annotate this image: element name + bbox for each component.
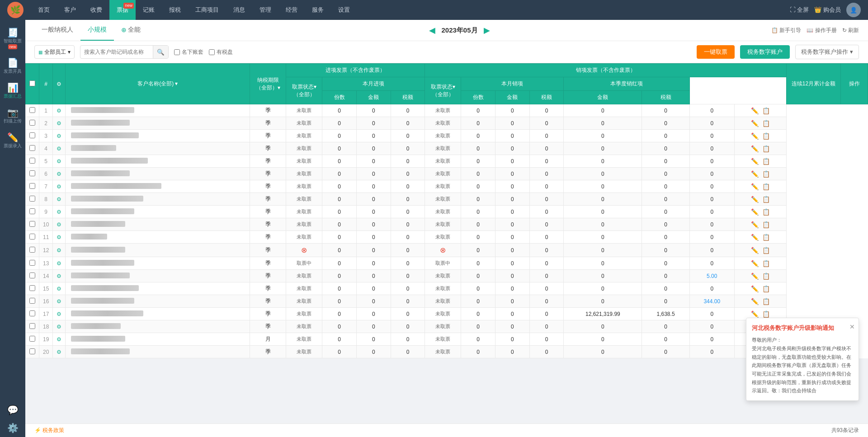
edit-btn[interactable]: ✏️ <box>751 221 759 228</box>
row-checkbox[interactable] <box>26 257 39 270</box>
fullscreen-btn[interactable]: ⛶ 全屏 <box>790 6 809 14</box>
row-checkbox[interactable] <box>26 308 39 320</box>
nav-customer[interactable]: 客户 <box>57 0 83 20</box>
copy-btn[interactable]: 📋 <box>762 183 770 190</box>
row-checkbox[interactable] <box>26 130 39 142</box>
prev-month-btn[interactable]: ◀ <box>427 25 438 36</box>
row-checkbox[interactable] <box>26 282 39 295</box>
row-settings[interactable]: ⚙ <box>53 244 66 257</box>
row-checkbox[interactable] <box>26 104 39 117</box>
row-checkbox[interactable] <box>26 193 39 206</box>
edit-btn[interactable]: ✏️ <box>751 208 759 216</box>
employee-filter[interactable]: ▦ 全部员工 ▾ <box>34 45 75 59</box>
edit-btn[interactable]: ✏️ <box>751 310 759 318</box>
tab-all[interactable]: ⊕全能 <box>114 20 148 41</box>
edit-btn[interactable]: ✏️ <box>751 285 759 292</box>
app-logo[interactable]: 🌿 <box>7 2 24 18</box>
tax-policy-link[interactable]: ⚡ 税务政策 <box>34 427 64 434</box>
copy-btn[interactable]: 📋 <box>762 310 770 318</box>
row-settings[interactable]: ⚙ <box>53 117 66 130</box>
tab-small-scale[interactable]: 小规模 <box>80 20 114 41</box>
user-avatar[interactable]: 👤 <box>846 3 861 17</box>
row-checkbox[interactable] <box>26 168 39 180</box>
row-settings[interactable]: ⚙ <box>53 320 66 333</box>
th-customer[interactable]: 客户名称(全部) ▾ <box>66 64 250 104</box>
sidebar-item-message-bottom[interactable]: 💬 <box>0 401 25 419</box>
copy-btn[interactable]: 📋 <box>762 120 770 127</box>
nav-message[interactable]: 消息 <box>226 0 252 20</box>
copy-btn[interactable]: 📋 <box>762 247 770 254</box>
sidebar-item-smart-invoice[interactable]: 🧾 智能取票 new <box>0 23 25 54</box>
row-settings[interactable]: ⚙ <box>53 168 66 180</box>
checkbox-taxpad[interactable]: 有税盘 <box>209 48 233 56</box>
select-all-checkbox[interactable] <box>29 80 35 86</box>
edit-btn[interactable]: ✏️ <box>751 260 759 267</box>
copy-btn[interactable]: 📋 <box>762 107 770 114</box>
row-settings[interactable]: ⚙ <box>53 142 66 155</box>
row-settings[interactable]: ⚙ <box>53 193 66 206</box>
row-checkbox[interactable] <box>26 346 39 358</box>
next-month-btn[interactable]: ▶ <box>481 25 492 36</box>
tax-op-btn[interactable]: 税务数字账户操作 ▾ <box>795 45 859 59</box>
refresh-btn[interactable]: ↻ 刷新 <box>842 27 859 34</box>
accounts-checkbox[interactable] <box>174 49 180 55</box>
edit-btn[interactable]: ✏️ <box>751 196 759 203</box>
row-settings[interactable]: ⚙ <box>53 346 66 358</box>
row-settings[interactable]: ⚙ <box>53 155 66 168</box>
row-settings[interactable]: ⚙ <box>53 270 66 282</box>
row-checkbox[interactable] <box>26 155 39 168</box>
nav-manage[interactable]: 管理 <box>252 0 278 20</box>
taxpad-checkbox[interactable] <box>209 49 215 55</box>
nav-service[interactable]: 服务 <box>305 0 331 20</box>
edit-btn[interactable]: ✏️ <box>751 158 759 165</box>
row-checkbox[interactable] <box>26 320 39 333</box>
th-settings[interactable]: ⚙ <box>53 64 66 104</box>
sidebar-item-open-invoice[interactable]: 📄 发票开具 <box>0 54 25 79</box>
edit-btn[interactable]: ✏️ <box>751 273 759 280</box>
sidebar-item-settings-bottom[interactable]: ⚙️ <box>0 419 25 437</box>
sidebar-item-entry[interactable]: ✏️ 票据录入 <box>0 128 25 153</box>
copy-btn[interactable]: 📋 <box>762 170 770 178</box>
sidebar-item-summary[interactable]: 📊 票据汇总 <box>0 79 25 103</box>
row-checkbox[interactable] <box>26 231 39 244</box>
row-checkbox[interactable] <box>26 206 39 218</box>
nav-operation[interactable]: 经营 <box>278 0 305 20</box>
copy-btn[interactable]: 📋 <box>762 208 770 216</box>
row-settings[interactable]: ⚙ <box>53 206 66 218</box>
row-settings[interactable]: ⚙ <box>53 333 66 346</box>
nav-business[interactable]: 工商项目 <box>188 0 226 20</box>
copy-btn[interactable]: 📋 <box>762 145 770 152</box>
notification-close-btn[interactable]: ✕ <box>849 322 855 332</box>
tax-digital-btn[interactable]: 税务数字账户 <box>740 45 790 59</box>
row-settings[interactable]: ⚙ <box>53 218 66 231</box>
manual-link[interactable]: 📖 操作手册 <box>807 27 836 34</box>
row-settings[interactable]: ⚙ <box>53 295 66 308</box>
edit-btn[interactable]: ✏️ <box>751 183 759 190</box>
copy-btn[interactable]: 📋 <box>762 234 770 241</box>
nav-home[interactable]: 首页 <box>31 0 57 20</box>
row-checkbox[interactable] <box>26 218 39 231</box>
tab-general-taxpayer[interactable]: 一般纳税人 <box>34 20 80 41</box>
edit-btn[interactable]: ✏️ <box>751 298 759 305</box>
edit-btn[interactable]: ✏️ <box>751 107 759 114</box>
nav-fee[interactable]: 收费 <box>83 0 109 20</box>
row-checkbox[interactable] <box>26 117 39 130</box>
row-settings[interactable]: ⚙ <box>53 130 66 142</box>
row-checkbox[interactable] <box>26 333 39 346</box>
edit-btn[interactable]: ✏️ <box>751 234 759 241</box>
edit-btn[interactable]: ✏️ <box>751 247 759 254</box>
edit-btn[interactable]: ✏️ <box>751 145 759 152</box>
copy-btn[interactable]: 📋 <box>762 260 770 267</box>
copy-btn[interactable]: 📋 <box>762 298 770 305</box>
row-checkbox[interactable] <box>26 244 39 257</box>
row-settings[interactable]: ⚙ <box>53 282 66 295</box>
nav-accounting[interactable]: 记账 <box>136 0 162 20</box>
copy-btn[interactable]: 📋 <box>762 221 770 228</box>
row-settings[interactable]: ⚙ <box>53 308 66 320</box>
search-input[interactable] <box>80 49 153 55</box>
row-checkbox[interactable] <box>26 270 39 282</box>
copy-btn[interactable]: 📋 <box>762 285 770 292</box>
checkbox-accounts[interactable]: 名下账套 <box>174 48 203 56</box>
row-checkbox[interactable] <box>26 180 39 193</box>
copy-btn[interactable]: 📋 <box>762 196 770 203</box>
